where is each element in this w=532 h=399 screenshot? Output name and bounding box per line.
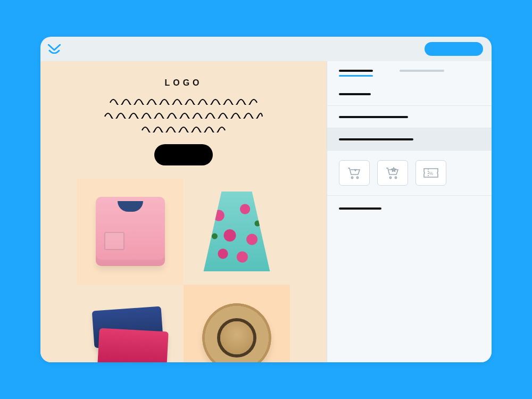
block-cart-star-button[interactable]	[377, 160, 408, 186]
squiggle-line-icon	[141, 124, 226, 132]
primary-action-button[interactable]	[425, 42, 483, 56]
svg-text:%: %	[429, 171, 433, 176]
headline-placeholder	[104, 96, 263, 132]
titlebar	[40, 37, 492, 61]
panel-option-row[interactable]	[327, 105, 492, 128]
product-tile-pants[interactable]	[77, 285, 184, 362]
panel-footer-row[interactable]	[327, 195, 492, 221]
tab-content[interactable]	[339, 70, 373, 77]
block-coupon-button[interactable]: %	[415, 160, 446, 186]
svg-point-0	[351, 177, 353, 178]
cart-star-icon	[385, 167, 400, 179]
squiggle-line-icon	[104, 110, 263, 119]
panel-option-row-selected[interactable]	[327, 128, 492, 150]
product-tile-hat[interactable]	[184, 285, 290, 362]
product-skirt-image	[202, 192, 271, 271]
product-pants-image	[93, 309, 168, 362]
content-area: LOGO	[40, 61, 492, 362]
side-panel: %	[327, 61, 492, 362]
mail-brand-icon	[48, 44, 61, 54]
svg-point-2	[389, 177, 391, 178]
logo-text: LOGO	[164, 78, 202, 88]
cart-icon	[347, 167, 362, 179]
svg-point-1	[356, 177, 358, 178]
product-tile-skirt[interactable]	[184, 178, 290, 285]
panel-options	[327, 83, 492, 150]
hero-section: LOGO	[40, 61, 327, 165]
panel-tabs	[327, 61, 492, 77]
svg-point-3	[395, 177, 396, 178]
product-tile-shirt[interactable]	[77, 178, 184, 285]
tab-settings[interactable]	[400, 70, 444, 77]
coupon-icon: %	[423, 168, 439, 178]
block-cart-button[interactable]	[339, 160, 370, 186]
squiggle-line-icon	[109, 96, 258, 105]
app-window: LOGO	[40, 37, 492, 362]
product-grid	[77, 178, 290, 362]
cta-button[interactable]	[154, 144, 213, 165]
panel-option-row[interactable]	[327, 83, 492, 105]
product-shirt-image	[96, 197, 165, 266]
email-canvas[interactable]: LOGO	[40, 61, 327, 362]
block-type-chooser: %	[327, 150, 492, 195]
product-hat-image	[202, 303, 271, 362]
